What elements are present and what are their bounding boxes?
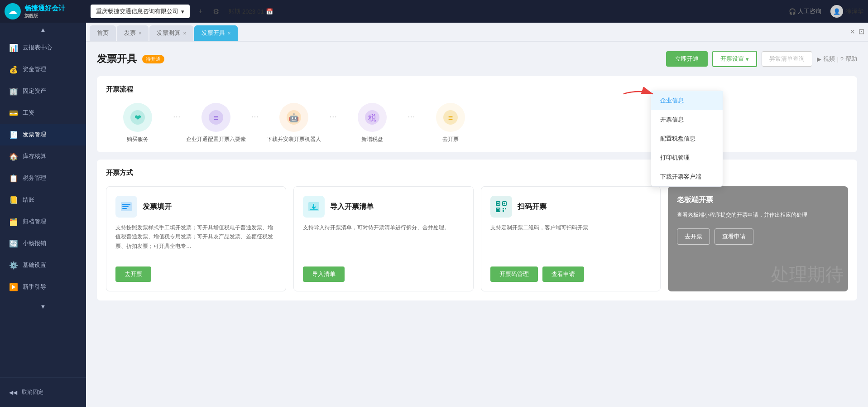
- qr-manage-button[interactable]: 开票码管理: [490, 266, 538, 282]
- svg-text:❤: ❤: [134, 113, 141, 122]
- method-fill-icon: [115, 196, 137, 218]
- sidebar-scroll-down[interactable]: ▼: [0, 300, 86, 314]
- sidebar-item-archive[interactable]: 🗂️ 归档管理: [0, 211, 86, 233]
- sidebar-label-settings: 基础设置: [23, 261, 46, 269]
- question-icon: ?: [840, 56, 844, 63]
- scan-buttons: 开票码管理 查看申请: [490, 266, 652, 282]
- tab-close-all-button[interactable]: ×: [850, 27, 855, 37]
- sidebar-label-archive: 归档管理: [23, 218, 46, 226]
- sidebar-label-guide: 新手引导: [23, 283, 46, 291]
- fill-invoice-button[interactable]: 去开票: [115, 266, 151, 282]
- flow-step-3: 🤖 下载并安装开票机器人: [262, 103, 326, 143]
- flow-step-3-label: 下载并安装开票机器人: [267, 136, 321, 143]
- sidebar-item-invoice[interactable]: 🧾 发票管理: [0, 124, 86, 145]
- sidebar-item-cloud-report[interactable]: 📊 云报表中心: [0, 37, 86, 58]
- sidebar-label-invoice: 发票管理: [23, 131, 46, 139]
- svg-rect-15: [310, 209, 318, 210]
- add-button[interactable]: +: [195, 6, 206, 17]
- sidebar-item-inventory[interactable]: 🏠 库存核算: [0, 145, 86, 167]
- flow-arrow-1: ···: [173, 111, 181, 135]
- cancel-fixed-label: 取消固定: [22, 388, 43, 396]
- report-icon: 🔄: [9, 239, 18, 248]
- flow-section: 开票流程 ❤ 购买服务 ···: [97, 76, 857, 152]
- flow-step-4: 税 新增税盘: [340, 103, 404, 143]
- dropdown-item-printer[interactable]: 打印机管理: [651, 148, 723, 167]
- tab-home[interactable]: 首页: [90, 25, 116, 41]
- settings-menu-icon: ⚙️: [9, 261, 18, 270]
- method-card-scan: 扫码开票 支持定制开票二维码，客户端可扫码开票 开票码管理 查看申请: [481, 186, 661, 291]
- dropdown-item-company-info[interactable]: 企业信息: [651, 91, 723, 110]
- tab-invoice-calc-close[interactable]: ×: [183, 30, 186, 36]
- logo-area: ☁ 畅捷通好会计 旗舰版: [5, 3, 91, 19]
- method-scan-title: 扫码开票: [518, 202, 547, 212]
- boss-desc: 查看老板端小程序提交的开票申请，并作出相应的处理: [677, 210, 839, 219]
- sidebar-item-fixed-assets[interactable]: 🏢 固定资产: [0, 80, 86, 102]
- sidebar-item-tax[interactable]: 📋 税务管理: [0, 167, 86, 189]
- scan-view-apply-button[interactable]: 查看申请: [542, 266, 584, 282]
- sidebar-item-settings[interactable]: ⚙️ 基础设置: [0, 254, 86, 276]
- page-title: 发票开具: [97, 52, 137, 66]
- avatar: 👤: [830, 5, 843, 18]
- svg-rect-22: [503, 208, 504, 209]
- cancel-fixed-button[interactable]: ◀◀ 取消固定: [0, 382, 86, 402]
- help-label[interactable]: 帮助: [845, 55, 857, 63]
- method-card-boss: 老板端开票 查看老板端小程序提交的开票申请，并作出相应的处理 去开票 查看申请 …: [668, 186, 848, 291]
- dropdown-item-download-client[interactable]: 下载开票客户端: [651, 167, 723, 186]
- method-scan-icon: [490, 196, 512, 218]
- tab-invoice-calc[interactable]: 发票测算 ×: [149, 25, 193, 41]
- tab-invoice-open-close[interactable]: ×: [228, 30, 230, 36]
- sidebar-bottom: ◀◀ 取消固定: [0, 377, 86, 407]
- page-actions: 立即开通 开票设置 ▾ 异常清单查询 ▶ 视频 | ? 帮助: [666, 51, 857, 67]
- methods-title: 开票方式: [106, 169, 848, 177]
- cancel-fixed-icon: ◀◀: [9, 389, 17, 396]
- method-import-header: 导入开票清单: [303, 196, 464, 218]
- tab-invoice-list-close[interactable]: ×: [139, 30, 141, 36]
- guide-icon: ▶️: [9, 282, 18, 291]
- flow-arrow-2: ···: [251, 111, 259, 135]
- dropdown-item-invoice-info[interactable]: 开票信息: [651, 110, 723, 129]
- tab-home-label: 首页: [97, 29, 109, 37]
- flow-step-2-label: 企业开通配置开票六要素: [186, 136, 246, 143]
- svg-text:≡: ≡: [213, 113, 218, 122]
- invoice-setting-dropdown: 企业信息 开票信息 配置税盘信息 打印机管理 下载开票客户端: [651, 91, 723, 187]
- sidebar-scroll-up[interactable]: ▲: [0, 23, 86, 37]
- sidebar-item-report[interactable]: 🔄 小畅报销: [0, 233, 86, 254]
- chevron-down-icon: ▾: [181, 8, 184, 15]
- sidebar-label-tax: 税务管理: [23, 174, 46, 182]
- page-title-row: 发票开具 待开通 立即开通 开票设置 ▾ 异常清单查询 ▶ 视频 | ? 帮助: [97, 51, 857, 67]
- company-selector[interactable]: 重庆畅捷交通信息咨询有限公司 ▾: [91, 5, 190, 18]
- sidebar-item-fund[interactable]: 💰 资金管理: [0, 58, 86, 80]
- boss-buttons: 去开票 查看申请: [677, 228, 839, 245]
- user-name: 徐泽华: [846, 7, 863, 15]
- anomaly-list-button[interactable]: 异常清单查询: [762, 51, 812, 67]
- dropdown-item-tax-config[interactable]: 配置税盘信息: [651, 129, 723, 148]
- archive-icon: 🗂️: [9, 217, 18, 226]
- import-list-button[interactable]: 导入清单: [303, 266, 345, 282]
- sidebar-label-report: 小畅报销: [23, 239, 46, 247]
- tab-invoice-open[interactable]: 发票开具 ×: [194, 25, 238, 41]
- svg-rect-21: [497, 209, 499, 211]
- method-import-icon: [303, 196, 325, 218]
- boss-view-apply-button[interactable]: 查看申请: [715, 228, 753, 245]
- sidebar-item-salary[interactable]: 💳 工资: [0, 102, 86, 124]
- video-label[interactable]: 视频: [823, 55, 835, 63]
- status-badge: 待开通: [142, 55, 164, 63]
- sidebar-label-accounting: 结账: [23, 196, 34, 204]
- method-import-desc: 支持导入待开票清单，可对待开票清单进行拆分、合并处理。: [303, 223, 464, 259]
- sidebar-label-inventory: 库存核算: [23, 152, 46, 160]
- tab-maximize-button[interactable]: ⊡: [858, 27, 864, 37]
- svg-rect-23: [505, 208, 506, 209]
- tab-bar: 首页 发票 × 发票测算 × 发票开具 × × ⊡: [86, 23, 868, 42]
- logo-sub: 旗舰版: [24, 13, 65, 19]
- boss-go-button[interactable]: 去开票: [677, 228, 710, 245]
- invoice-setting-button[interactable]: 开票设置 ▾: [712, 51, 757, 67]
- tab-invoice-list[interactable]: 发票 ×: [117, 25, 149, 41]
- sidebar-item-guide[interactable]: ▶️ 新手引导: [0, 276, 86, 298]
- settings-icon[interactable]: ⚙: [211, 6, 221, 17]
- consultant-button[interactable]: 🎧 人工咨询: [789, 7, 821, 15]
- sidebar-item-accounting[interactable]: 📒 结账: [0, 189, 86, 211]
- salary-icon: 💳: [9, 108, 18, 117]
- top-header: ☁ 畅捷通好会计 旗舰版 重庆畅捷交通信息咨询有限公司 ▾ + ⚙ 账期 202…: [0, 0, 868, 23]
- user-profile[interactable]: 👤 徐泽华: [830, 5, 863, 18]
- activate-button[interactable]: 立即开通: [666, 51, 708, 67]
